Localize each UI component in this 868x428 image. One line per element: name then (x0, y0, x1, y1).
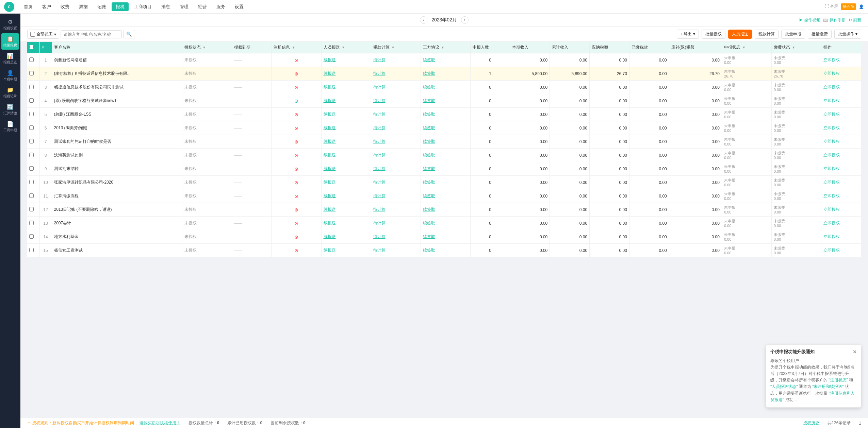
row-checkbox[interactable] (29, 153, 34, 157)
cell-tax-calc[interactable]: 待计算 (371, 67, 421, 81)
nav-item-business[interactable]: 工商项目 (130, 2, 156, 11)
row-checkbox[interactable] (29, 98, 34, 103)
cell-triparty[interactable]: 续签取 (421, 81, 470, 94)
cell-checkbox[interactable] (27, 244, 39, 257)
cell-checkbox[interactable] (27, 67, 39, 81)
cell-action[interactable]: 立即授权 (821, 135, 861, 149)
cell-action[interactable]: 立即授权 (821, 108, 861, 121)
cell-person-report[interactable]: 续报送 (321, 53, 371, 67)
cell-person-report[interactable]: 续报送 (321, 217, 371, 230)
row-checkbox[interactable] (29, 125, 34, 130)
nav-item-service[interactable]: 服务 (212, 2, 229, 11)
batch-declare-btn[interactable]: 批量申报 (781, 30, 805, 39)
reg-info-filter-icon[interactable]: ▼ (292, 46, 295, 49)
row-checkbox[interactable] (29, 166, 34, 171)
cell-tax-calc[interactable]: 待计算 (371, 230, 421, 244)
vip-badge[interactable]: 畅会员 (841, 3, 856, 10)
cell-action[interactable]: 立即授权 (821, 162, 861, 176)
cell-tax-calc[interactable]: 待计算 (371, 135, 421, 149)
cell-tax-calc[interactable]: 待计算 (371, 203, 421, 217)
nav-item-home[interactable]: 首页 (20, 2, 37, 11)
sidebar-item-batch-tax[interactable]: 📋 批量报税 (1, 33, 19, 50)
batch-auth-btn[interactable]: 批量授权 (702, 30, 725, 39)
cell-triparty[interactable]: 续签取 (421, 108, 470, 121)
cell-person-report[interactable]: 续报送 (321, 203, 371, 217)
cell-triparty[interactable]: 续签取 (421, 230, 470, 244)
cell-action[interactable]: 立即授权 (821, 230, 861, 244)
next-month-btn[interactable]: › (461, 16, 469, 24)
cell-triparty[interactable]: 续签取 (421, 203, 470, 217)
cell-tax-calc[interactable]: 待计算 (371, 94, 421, 108)
row-checkbox[interactable] (29, 207, 34, 211)
nav-item-messages[interactable]: 消息 (157, 2, 174, 11)
cell-tax-calc[interactable]: 待计算 (371, 176, 421, 189)
cell-triparty[interactable]: 续签取 (421, 94, 470, 108)
refresh-btn[interactable]: ↻ 刷新 (849, 17, 861, 23)
nav-item-settings[interactable]: 设置 (231, 2, 248, 11)
cell-person-report[interactable]: 续报送 (321, 149, 371, 162)
cell-triparty[interactable]: 续签取 (421, 176, 470, 189)
auth-history-link[interactable]: 授权历史 (803, 420, 819, 426)
nav-item-operations[interactable]: 经营 (194, 2, 211, 11)
cell-checkbox[interactable] (27, 81, 39, 94)
row-checkbox[interactable] (29, 221, 34, 225)
row-checkbox[interactable] (29, 85, 34, 89)
search-button[interactable]: 🔍 (123, 30, 135, 38)
sidebar-item-personal-tax[interactable]: 👤 个税申报 (1, 67, 19, 84)
sidebar-item-tax-records[interactable]: 📁 报税记录 (1, 84, 19, 101)
row-checkbox[interactable] (29, 248, 34, 252)
select-all-checkbox[interactable] (29, 45, 34, 49)
cell-person-report[interactable]: 续报送 (321, 135, 371, 149)
cell-checkbox[interactable] (27, 135, 39, 149)
cell-checkbox[interactable] (27, 121, 39, 135)
row-checkbox[interactable] (29, 180, 34, 184)
fee-status-filter-icon[interactable]: ▼ (792, 46, 795, 49)
export-btn[interactable]: ↓ 导出 ▾ (677, 30, 699, 39)
cell-checkbox[interactable] (27, 94, 39, 108)
cell-person-report[interactable]: 续报送 (321, 230, 371, 244)
cell-tax-calc[interactable]: 待计算 (371, 217, 421, 230)
operation-manual-btn[interactable]: 📖 操作手册 (823, 17, 846, 23)
cell-checkbox[interactable] (27, 162, 39, 176)
cell-action[interactable]: 立即授权 (821, 149, 861, 162)
cell-tax-calc[interactable]: 待计算 (371, 53, 421, 67)
cell-tax-calc[interactable]: 待计算 (371, 244, 421, 257)
row-checkbox[interactable] (29, 139, 34, 143)
cell-action[interactable]: 立即授权 (821, 121, 861, 135)
row-checkbox[interactable] (29, 112, 34, 116)
cell-action[interactable]: 立即授权 (821, 94, 861, 108)
cell-checkbox[interactable] (27, 176, 39, 189)
batch-ops-btn[interactable]: 批量操作 ▾ (834, 30, 861, 39)
popup-close-btn[interactable]: ✕ (853, 349, 857, 355)
row-checkbox[interactable] (29, 234, 34, 239)
cell-person-report[interactable]: 续报送 (321, 81, 371, 94)
cell-action[interactable]: 立即授权 (821, 81, 861, 94)
nav-item-fees[interactable]: 收费 (56, 2, 73, 11)
row-checkbox[interactable] (29, 71, 34, 75)
declare-status-filter-icon[interactable]: ▼ (742, 46, 746, 49)
sidebar-item-tax-settings[interactable]: ⚙ 报税设置 (1, 16, 19, 33)
cell-checkbox[interactable] (27, 53, 39, 67)
cell-action[interactable]: 立即授权 (821, 244, 861, 257)
cell-triparty[interactable]: 续签取 (421, 217, 470, 230)
cell-action[interactable]: 立即授权 (821, 67, 861, 81)
cell-action[interactable]: 立即授权 (821, 189, 861, 203)
cell-triparty[interactable]: 续签取 (421, 149, 470, 162)
person-report-btn[interactable]: 人员报送 (728, 30, 752, 39)
cell-action[interactable]: 立即授权 (821, 203, 861, 217)
tax-calc-filter-icon[interactable]: ▼ (391, 46, 395, 49)
nav-item-customer[interactable]: 客户 (38, 2, 55, 11)
auth-status-filter-icon[interactable]: ▼ (202, 46, 206, 49)
cell-triparty[interactable]: 续签取 (421, 162, 470, 176)
user-avatar[interactable]: 👤 (859, 4, 864, 9)
cell-person-report[interactable]: 续报送 (321, 108, 371, 121)
prev-month-btn[interactable]: ‹ (420, 16, 427, 24)
cell-checkbox[interactable] (27, 149, 39, 162)
cell-person-report[interactable]: 续报送 (321, 121, 371, 135)
cell-triparty[interactable]: 续签取 (421, 189, 470, 203)
cell-person-report[interactable]: 续报送 (321, 189, 371, 203)
cell-triparty[interactable]: 续签取 (421, 135, 470, 149)
triparty-filter-icon[interactable]: ▼ (441, 46, 444, 49)
nav-item-bookkeeping[interactable]: 记账 (93, 2, 110, 11)
cell-action[interactable]: 立即授权 (821, 176, 861, 189)
